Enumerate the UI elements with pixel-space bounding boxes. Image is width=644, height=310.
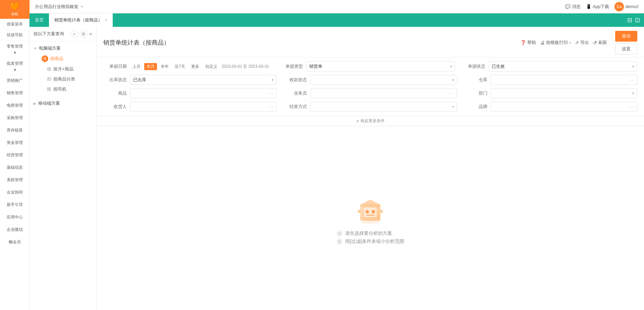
svg-rect-7: [358, 210, 360, 213]
sidebar-item-purchase[interactable]: 采购管理: [0, 112, 29, 124]
app-logo[interactable]: 🧡 标账: [0, 0, 30, 19]
sidebar-item-wholesale[interactable]: 批发管理 ▲: [0, 57, 29, 74]
receiver-field[interactable]: ···: [130, 102, 277, 112]
collapse-sidebar-btn[interactable]: «: [89, 31, 92, 37]
export-icon: ↗: [575, 40, 579, 45]
page-content: 按以下方案查询 + ⚙ « ▼ 电脑端方案 按 按商品 份 按月+: [30, 27, 644, 310]
date-tab-prev-month[interactable]: 上月: [130, 63, 143, 70]
sidebar-item-finance[interactable]: 资金管理: [0, 137, 29, 149]
sidebar-item-basic[interactable]: 基础信息: [0, 161, 29, 174]
sidebar-item-operations[interactable]: 经营管理: [0, 149, 29, 161]
maximize-icon[interactable]: ⊡: [635, 16, 640, 24]
svg-marker-1: [360, 200, 380, 205]
sidebar-item-system[interactable]: 系统管理: [0, 174, 29, 186]
tree-parent-label: 移动端方案: [38, 100, 60, 106]
query-button[interactable]: 查询: [615, 31, 637, 42]
top-header: 办公用品行业模拟账套 ▾ 💬 消息 📱 App下载 Ea demo2: [30, 0, 644, 13]
svg-point-4: [366, 210, 369, 213]
goods-more-icon[interactable]: ···: [268, 91, 274, 96]
goods-field[interactable]: ···: [130, 88, 277, 98]
sidebar-item-label: 库存核算: [7, 127, 23, 133]
sidebar-item-label: 销售管理: [7, 90, 23, 96]
order-type-field[interactable]: 销货单 ▾: [306, 61, 455, 71]
user-name: demo2: [625, 4, 639, 9]
industry-dropdown-icon[interactable]: ▾: [81, 5, 83, 8]
staff-more-icon[interactable]: ···: [448, 91, 454, 96]
sidebar-item-newbie[interactable]: 新手引导: [0, 199, 29, 211]
tree-parent-label: 电脑端方案: [39, 45, 61, 51]
tree-grandchild-label: 按月+商品: [53, 66, 73, 72]
sidebar-item-wechat[interactable]: 企业微信: [0, 223, 29, 236]
sidebar-item-enterprise[interactable]: 企业协同: [0, 186, 29, 199]
date-label: 单据日期: [103, 63, 130, 69]
settings-button[interactable]: 设置: [615, 44, 637, 54]
print-btn[interactable]: 🖨 按模板打印 ▾: [540, 40, 571, 46]
tab-active[interactable]: 销货单统计表（按商品） ×: [49, 13, 113, 27]
warehouse-field[interactable]: ···: [491, 75, 637, 85]
refresh-label: 刷新: [598, 40, 607, 46]
tab-bar: 首页 销货单统计表（按商品） × ⊟ ⊡: [30, 13, 644, 27]
receiver-more-icon[interactable]: ···: [268, 104, 274, 109]
date-tab-7days[interactable]: 近7天: [172, 63, 187, 70]
sidebar-item-retail[interactable]: 零售管理 ▲: [0, 40, 29, 57]
sidebar-item-appcenter[interactable]: 应用中心: [0, 211, 29, 223]
sidebar-item-vip[interactable]: 畅会员: [0, 236, 29, 248]
date-tab-year[interactable]: 本年: [158, 63, 171, 70]
order-status-field[interactable]: 已生效 ▾: [489, 61, 637, 71]
sidebar-item-marketing[interactable]: 营销推广: [0, 74, 29, 87]
date-tab-custom[interactable]: 自定义: [203, 63, 220, 70]
order-status-label: 单据状态: [462, 63, 489, 69]
sidebar-item-ecommerce[interactable]: 电商管理: [0, 99, 29, 112]
sidebar-item-label: 企业协同: [7, 190, 23, 195]
svg-point-9: [361, 220, 380, 224]
filter-row-4: 收货人 ··· 结算方式 ▾ 品牌 ···: [103, 102, 637, 112]
home-tab-label: 首页: [35, 17, 44, 23]
sidebar-item-sales[interactable]: 销售管理: [0, 87, 29, 99]
tree-grandchild-goods-category[interactable]: 归 按商品分类: [30, 74, 96, 84]
tree-child-by-goods[interactable]: 按 按商品: [30, 53, 96, 64]
settlement-field[interactable]: ▾: [310, 102, 457, 112]
department-field[interactable]: ▾: [491, 88, 637, 98]
staff-field[interactable]: ···: [310, 88, 457, 98]
user-profile-btn[interactable]: Ea demo2: [614, 2, 639, 11]
collapse-icon: ∧: [356, 119, 359, 123]
sidebar-item-inventory[interactable]: 库存核算: [0, 124, 29, 137]
chevron-icon: ▲: [13, 67, 17, 71]
settings-scheme-btn[interactable]: ⚙: [80, 30, 87, 38]
message-label: 消息: [572, 4, 581, 10]
collect-status-field[interactable]: ▾: [310, 75, 457, 85]
tree-parent-pc[interactable]: ▼ 电脑端方案: [30, 43, 96, 53]
staff-label: 业务员: [283, 90, 310, 96]
app-download-btn[interactable]: 📱 App下载: [586, 4, 609, 10]
sidebar-item-label: 系统管理: [7, 177, 23, 183]
department-label: 部门: [464, 90, 491, 96]
collapse-more-conditions-btn[interactable]: ∧ 收起更多条件: [97, 116, 644, 126]
quick-nav[interactable]: 快捷导航: [0, 30, 29, 40]
tree-grandchild-driver[interactable]: 按 按司机: [30, 84, 96, 94]
out-status-label: 出库状态: [103, 77, 130, 83]
svg-point-5: [372, 210, 375, 213]
minimize-icon[interactable]: ⊟: [627, 16, 632, 24]
add-scheme-btn[interactable]: +: [70, 30, 78, 38]
close-tab-btn[interactable]: ×: [105, 18, 107, 22]
help-btn[interactable]: ❓ 帮助: [520, 40, 536, 46]
message-btn[interactable]: 💬 消息: [565, 4, 581, 10]
tab-home[interactable]: 首页: [30, 13, 49, 27]
department-dropdown-icon: ▾: [632, 91, 634, 96]
sidebar-item-label: 基础信息: [7, 165, 23, 170]
tree-grandchild-month-goods[interactable]: 份 按月+商品: [30, 64, 96, 74]
brand-more-icon[interactable]: ···: [628, 104, 634, 109]
collapse-label: 收起更多条件: [361, 118, 385, 124]
search-menu[interactable]: 搜索菜单: [0, 19, 29, 30]
export-btn[interactable]: ↗ 导出: [575, 40, 589, 46]
refresh-btn[interactable]: ↺ 刷新: [593, 40, 607, 46]
out-status-field[interactable]: 已出库 ▾: [130, 75, 277, 85]
date-tab-more[interactable]: 更多: [189, 63, 202, 70]
brand-field[interactable]: ···: [491, 102, 637, 112]
date-tab-current-month[interactable]: 本月: [144, 63, 157, 70]
child-icon: 按: [42, 55, 48, 62]
tab-actions: ⊟ ⊡: [627, 16, 644, 24]
warehouse-more-icon[interactable]: ···: [628, 77, 634, 83]
filter-row-2: 出库状态 已出库 ▾ 收款状态 ▾ 仓库 ···: [103, 75, 637, 85]
tree-parent-mobile[interactable]: ▶ 移动端方案: [30, 98, 96, 108]
